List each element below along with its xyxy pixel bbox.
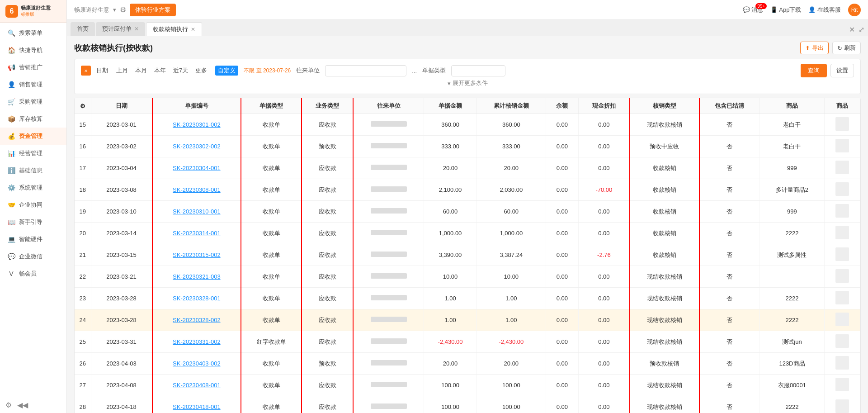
sidebar-label-marketing: 营销推广 [19, 63, 42, 71]
tab-close-pre-payment[interactable]: ✕ [134, 26, 139, 32]
query-button[interactable]: 查询 [801, 64, 827, 77]
topbar-dropdown[interactable]: ▾ [113, 6, 116, 13]
notification-badge[interactable]: 💬 消息 99+ [743, 6, 764, 14]
col-write-off-type: 核销类型 [630, 98, 699, 114]
custom-date-button[interactable]: 自定义 [215, 66, 238, 76]
sidebar-item-shortcut[interactable]: 🏠快捷导航 [0, 42, 66, 59]
tab-pre-payment[interactable]: 预计应付单✕ [96, 22, 145, 36]
date-btn-本年[interactable]: 本年 [151, 66, 169, 76]
doc-no-link[interactable]: SK-20230310-001 [173, 208, 221, 215]
row-product: 多计量商品2 [760, 179, 825, 201]
doc-no-link[interactable]: SK-20230315-002 [173, 252, 221, 258]
row-write-off-type: 收款核销 [630, 179, 699, 201]
row-product: 测试多属性 [760, 244, 825, 266]
expand-more-row[interactable]: ▾ 展开更多条件 [81, 77, 854, 89]
sidebar-menu: 🔍搜索菜单🏠快捷导航📢营销推广👤销售管理🛒采购管理📦库存核算💰资金管理📊经营管理… [0, 23, 66, 397]
row-doc-type: 收款单 [241, 157, 302, 179]
sidebar-item-sales[interactable]: 👤销售管理 [0, 76, 66, 93]
col-doc-type: 单据类型 [241, 98, 302, 114]
collapse-icon[interactable]: ◀◀ [17, 401, 28, 409]
maximize-icon[interactable]: ⤢ [859, 25, 864, 34]
row-included: 否 [699, 157, 760, 179]
doc-no-link[interactable]: SK-20230328-001 [173, 295, 221, 302]
row-doc-no: SK-20230304-001 [152, 157, 241, 179]
row-included: 否 [699, 375, 760, 396]
settings-icon[interactable]: ⚙ [5, 401, 12, 409]
sidebar-item-inventory[interactable]: 📦库存核算 [0, 110, 66, 128]
sidebar-item-marketing[interactable]: 📢营销推广 [0, 59, 66, 76]
col-discount: 现金折扣 [579, 98, 630, 114]
row-discount: -70.00 [579, 179, 630, 201]
doc-no-link[interactable]: SK-20230331-002 [173, 338, 221, 345]
sidebar-item-operation[interactable]: 📊经营管理 [0, 145, 66, 162]
partner-filter-input[interactable] [325, 65, 406, 76]
row-doc-no: SK-20230403-002 [152, 353, 241, 375]
date-btn-更多[interactable]: 更多 [193, 66, 210, 76]
row-doc-no: SK-20230328-002 [152, 309, 241, 331]
doc-no-link[interactable]: SK-20230321-003 [173, 273, 221, 280]
tab-label-collection: 收款核销执行 [153, 25, 188, 33]
row-biz-type: 应收款 [302, 331, 353, 353]
filter-ellipsis[interactable]: ... [412, 67, 417, 74]
doc-no-link[interactable]: SK-20230302-002 [173, 143, 221, 150]
row-amount: 100.00 [424, 396, 477, 413]
row-amount: 10.00 [424, 266, 477, 288]
page-content: 收款核销执行(按收款) ⬆ 导出 ↻ 刷新 » 日期 [67, 36, 868, 413]
row-product2 [825, 114, 860, 136]
row-doc-type: 收款单 [241, 136, 302, 157]
sidebar-item-member[interactable]: V畅会员 [0, 265, 66, 282]
sidebar-icon-wechat: 💬 [7, 252, 15, 261]
close-tab-icon[interactable]: ✕ [849, 25, 855, 34]
date-btn-本月[interactable]: 本月 [132, 66, 150, 76]
data-table: ⚙ 日期 单据编号 单据类型 业务类型 往来单位 单据金额 累计核销金额 余额 … [75, 98, 860, 413]
row-date: 2023-03-14 [91, 223, 152, 244]
row-date: 2023-03-21 [91, 266, 152, 288]
doc-no-link[interactable]: SK-20230403-002 [173, 360, 221, 367]
topbar-right: 💬 消息 99+ 📱 App下载 👤 在线客服 Rit [743, 4, 861, 16]
doc-no-link[interactable]: SK-20230304-001 [173, 165, 221, 171]
doc-no-link[interactable]: SK-20230308-001 [173, 186, 221, 193]
filter-action-buttons: 查询 设置 [801, 64, 854, 77]
solution-button[interactable]: 体验行业方案 [130, 4, 176, 16]
filter-settings-button[interactable]: 设置 [830, 64, 854, 77]
refresh-button[interactable]: ↻ 刷新 [832, 42, 861, 54]
sidebar-item-system[interactable]: ⚙️系统管理 [0, 179, 66, 196]
row-amount: 1.00 [424, 288, 477, 309]
online-support[interactable]: 👤 在线客服 [808, 6, 841, 14]
tab-collection[interactable]: 收款核销执行✕ [146, 22, 202, 36]
sidebar-item-basic[interactable]: ℹ️基础信息 [0, 162, 66, 179]
sidebar-icon-marketing: 📢 [7, 63, 15, 71]
row-doc-type: 收款单 [241, 244, 302, 266]
filter-collapse-icon[interactable]: » [81, 66, 91, 76]
doc-no-link[interactable]: SK-20230328-002 [173, 317, 221, 323]
sidebar-item-guide[interactable]: 📖新手引导 [0, 214, 66, 231]
sidebar-item-enterprise[interactable]: 🤝企业协同 [0, 196, 66, 214]
date-btn-上月[interactable]: 上月 [113, 66, 131, 76]
sidebar-label-guide: 新手引导 [19, 218, 42, 226]
app-download[interactable]: 📱 App下载 [770, 6, 801, 14]
sidebar-item-wechat[interactable]: 💬企业微信 [0, 248, 66, 265]
doc-no-link[interactable]: SK-20230408-001 [173, 382, 221, 389]
sidebar-item-purchase[interactable]: 🛒采购管理 [0, 93, 66, 110]
doc-no-link[interactable]: SK-20230418-001 [173, 404, 221, 410]
export-button[interactable]: ⬆ 导出 [800, 42, 829, 54]
row-included: 否 [699, 244, 760, 266]
row-biz-type: 应收款 [302, 201, 353, 223]
row-product: 999 [760, 157, 825, 179]
row-partner [353, 201, 424, 223]
sidebar-item-finance[interactable]: 💰资金管理 [0, 128, 66, 145]
gear-icon[interactable]: ⚙ [120, 5, 126, 14]
col-settings[interactable]: ⚙ [75, 98, 91, 114]
sidebar-item-search[interactable]: 🔍搜索菜单 [0, 24, 66, 42]
tab-label-pre-payment: 预计应付单 [102, 25, 132, 33]
date-btn-近7天[interactable]: 近7天 [170, 66, 191, 76]
row-included: 否 [699, 353, 760, 375]
doc-type-select[interactable] [451, 65, 505, 76]
tab-home[interactable]: 首页 [71, 22, 95, 36]
doc-no-link[interactable]: SK-20230314-001 [173, 230, 221, 237]
col-doc-no: 单据编号 [152, 98, 241, 114]
sidebar-item-hardware[interactable]: 💻智能硬件 [0, 231, 66, 248]
doc-no-link[interactable]: SK-20230301-002 [173, 121, 221, 128]
tab-close-collection[interactable]: ✕ [191, 26, 195, 33]
row-biz-type: 应收款 [302, 309, 353, 331]
